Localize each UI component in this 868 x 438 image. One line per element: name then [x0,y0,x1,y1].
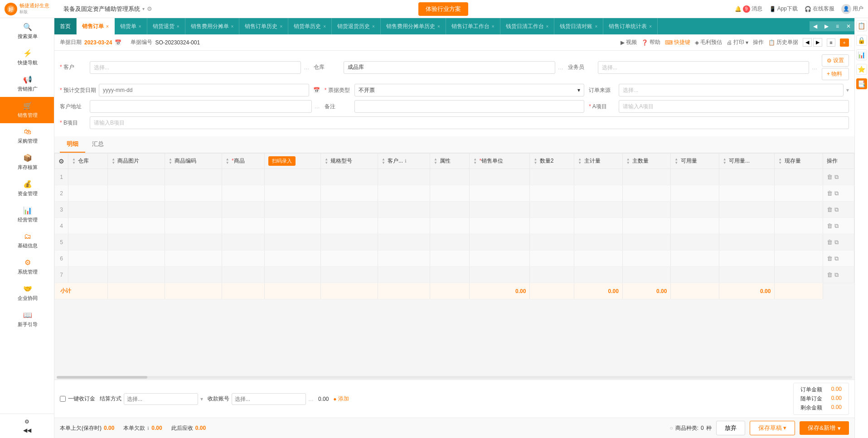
row-4-product-image[interactable] [108,218,165,234]
tab-sales-return-close[interactable]: × [177,24,179,29]
row-3-sales-unit[interactable] [470,202,530,218]
row-2-scan[interactable] [265,185,321,202]
row-2-attributes[interactable] [430,185,469,202]
row-1-delete-button[interactable]: 🗑 [827,173,833,181]
sidebar-settings-button[interactable]: ⚙ [2,419,52,425]
row-4-quantity2[interactable] [530,218,574,234]
row-5-available1[interactable] [671,234,719,250]
save-draft-button[interactable]: 保存草稿 ▾ [750,421,795,435]
row-6-product-code[interactable] [165,250,222,267]
table-header-settings[interactable]: ⚙ [55,154,68,169]
tab-order-workspace[interactable]: 销售订单工作台 × [446,18,500,34]
row-4-customer-code[interactable] [378,218,430,234]
row-3-product-name[interactable] [222,202,265,218]
right-panel-btn-1[interactable]: 📋 [856,20,867,31]
sidebar-item-management[interactable]: 📊 经营管理 [0,202,54,228]
row-1-spec[interactable] [321,169,378,185]
row-7-customer-code[interactable] [378,267,430,283]
tab-sales-expense-close[interactable]: × [231,24,234,29]
table-header-available1[interactable]: ▲▼ 可用量 [671,154,719,169]
table-header-spec[interactable]: ▲▼ 规格型号 [321,154,378,169]
address-dots[interactable]: … [315,103,320,110]
row-1-available1[interactable] [671,169,719,185]
tab-sales-stats[interactable]: 销售订单统计表 × [603,18,658,34]
row-2-product-image[interactable] [108,185,165,202]
row-6-delete-button[interactable]: 🗑 [827,255,833,262]
doc-next-button[interactable]: ▶ [813,38,822,47]
row-7-main-quantity[interactable] [622,267,670,283]
tab-invoice-history[interactable]: 销货单历史 × [288,18,332,34]
row-2-available1[interactable] [671,185,719,202]
operations-button[interactable]: 操作 [753,39,764,46]
tab-next-button[interactable]: ▶ [821,21,832,31]
tab-prev-button[interactable]: ◀ [810,21,821,31]
row-1-available2[interactable] [719,169,775,185]
sidebar-item-purchase[interactable]: 🛍 采购管理 [0,123,54,149]
tab-sales-return[interactable]: 销货退货 × [147,18,185,34]
row-1-customer-code[interactable] [378,169,430,185]
row-5-quantity2[interactable] [530,234,574,250]
tab-sales-order[interactable]: 销售订单 × [77,18,115,34]
scan-entry-button[interactable]: 扫码录入 [268,156,296,166]
discard-button[interactable]: 放弃 [716,421,745,435]
row-7-quantity2[interactable] [530,267,574,283]
sidebar-item-finance[interactable]: 💰 资金管理 [0,175,54,202]
row-2-customer-code[interactable] [378,185,430,202]
row-5-scan[interactable] [265,234,321,250]
receipt-dots[interactable]: … [308,396,314,402]
add-materials-button[interactable]: + 物料 [822,68,849,80]
row-5-product-code[interactable] [165,234,222,250]
row-3-copy-button[interactable]: ⧉ [834,206,839,213]
sidebar-collapse-button[interactable]: ◀◀ [2,427,52,433]
row-7-scan[interactable] [265,267,321,283]
receipt-input[interactable] [232,393,306,405]
row-7-main-unit[interactable] [574,267,622,283]
table-header-scan[interactable]: 扫码录入 [265,154,321,169]
row-7-available1[interactable] [671,267,719,283]
row-2-product-code[interactable] [165,185,222,202]
sidebar-item-marketing[interactable]: 📢 营销推广 [0,71,54,97]
row-5-copy-button[interactable]: ⧉ [834,239,839,246]
row-6-stock[interactable] [775,250,823,267]
table-header-available2[interactable]: ▲▼ 可用量... [719,154,775,169]
row-2-delete-button[interactable]: 🗑 [827,190,833,197]
table-scroll-area[interactable]: ⚙ ▲▼ 仓库 ▲▼ 商品图片 [54,153,854,375]
tab-close-all-button[interactable]: ✕ [843,21,854,31]
tab-expense-history-close[interactable]: × [437,24,440,29]
tab-invoice-history-close[interactable]: × [323,24,326,29]
row-1-attributes[interactable] [430,169,469,185]
row-7-spec[interactable] [321,267,378,283]
row-2-warehouse[interactable] [68,185,108,202]
right-panel-btn-3[interactable]: 📊 [856,49,867,60]
table-header-product-name[interactable]: ▲▼ *商品 [222,154,265,169]
customer-address-input[interactable] [90,100,312,113]
tab-sales-invoice-close[interactable]: × [139,24,141,29]
calendar-icon[interactable]: 📅 [115,39,121,46]
row-1-main-quantity[interactable] [622,169,670,185]
right-panel-btn-4[interactable]: ⭐ [856,64,867,75]
row-3-attributes[interactable] [430,202,469,218]
row-3-available1[interactable] [671,202,719,218]
tab-return-history[interactable]: 销货退货历史 × [332,18,381,34]
table-header-customer-code[interactable]: ▲▼ 客户... ℹ [378,154,430,169]
sidebar-item-sales[interactable]: 🛒 销售管理 [0,97,54,123]
row-2-copy-button[interactable]: ⧉ [834,190,839,197]
print-button[interactable]: 🖨 打印 ▾ [727,39,748,46]
table-header-main-unit[interactable]: ▲▼ 主计量 [574,154,622,169]
row-3-stock[interactable] [775,202,823,218]
sidebar-item-basic-info[interactable]: 🗂 基础信息 [0,228,54,254]
table-header-quantity2[interactable]: ▲▼ 数量2 [530,154,574,169]
row-2-product-name[interactable] [222,185,265,202]
sidebar-item-system[interactable]: ⚙ 系统管理 [0,254,54,280]
row-5-available2[interactable] [719,234,775,250]
row-6-main-unit[interactable] [574,250,622,267]
row-5-stock[interactable] [775,234,823,250]
row-1-stock[interactable] [775,169,823,185]
tab-sales-order-close[interactable]: × [106,24,109,29]
tab-sales-order-history-close[interactable]: × [280,24,282,29]
tab-menu-button[interactable]: ≡ [832,21,843,31]
tab-expense-history[interactable]: 销售费用分摊单历史 × [381,18,446,34]
row-7-attributes[interactable] [430,267,469,283]
row-3-spec[interactable] [321,202,378,218]
row-1-copy-button[interactable]: ⧉ [834,173,839,181]
